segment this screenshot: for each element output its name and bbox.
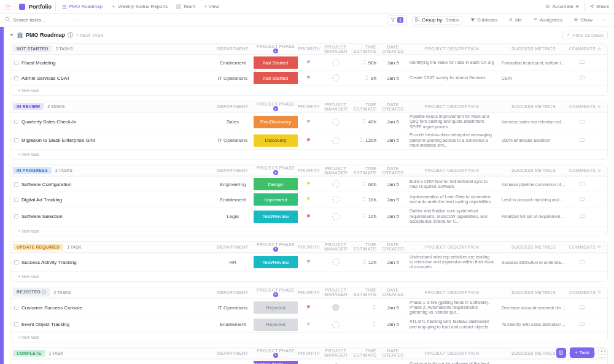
add-column-icon[interactable]: ⊕: [595, 168, 604, 173]
priority-cell[interactable]: [298, 305, 320, 310]
success-cell[interactable]: Increase sales rep retention rates QoQ a…: [498, 120, 569, 124]
comments-cell[interactable]: [569, 322, 595, 328]
hourglass-icon[interactable]: [372, 305, 376, 311]
date-cell[interactable]: Jan 5: [380, 260, 406, 265]
col-success[interactable]: SUCCESS METRICS: [498, 47, 569, 51]
col-priority[interactable]: PRIORITY: [298, 245, 320, 249]
description-cell[interactable]: Gather and finalize core system/tool req…: [406, 209, 498, 224]
add-task-button[interactable]: + New task: [10, 271, 607, 281]
task-row[interactable]: Admin Services CSAT IT Operations Not St…: [10, 70, 607, 85]
add-phase-icon[interactable]: +: [273, 48, 278, 53]
status-pill[interactable]: REJECTED ⓘ: [13, 288, 50, 296]
assign-pm-icon[interactable]: [332, 118, 340, 126]
status-checkbox[interactable]: [14, 306, 18, 310]
success-cell[interactable]: Lead to account matching and handling of…: [498, 198, 569, 202]
col-phase[interactable]: PROJECT PHASE +: [254, 288, 298, 297]
task-name[interactable]: Migration to Slack Enterprise Grid: [21, 137, 95, 143]
time-cell[interactable]: 16h: [352, 197, 380, 203]
comments-cell[interactable]: [569, 181, 595, 187]
col-phase[interactable]: PROJECT PHASE +: [254, 242, 298, 252]
description-cell[interactable]: Understand what rep activities are leadi…: [406, 255, 498, 270]
tab-team[interactable]: Team: [174, 4, 198, 9]
status-pill[interactable]: IN PROGRESS: [13, 167, 52, 174]
task-row[interactable]: Lead/Contact Flow Overhaul Product Monit…: [10, 359, 607, 364]
date-cell[interactable]: Jan 5: [380, 322, 406, 327]
status-checkbox[interactable]: [14, 260, 18, 265]
status-checkbox[interactable]: [14, 76, 18, 80]
search-input[interactable]: [13, 17, 62, 23]
success-cell[interactable]: 100% employee adoption: [498, 138, 569, 142]
col-phase[interactable]: PROJECT PHASE +: [254, 102, 298, 111]
status-pill[interactable]: IN REVIEW: [13, 103, 44, 110]
col-department[interactable]: DEPARTMENT: [212, 245, 254, 249]
task-row[interactable]: Digital Ad Tracking Enablement Implement…: [10, 192, 607, 207]
task-name[interactable]: Quarterly Sales Check-In: [21, 119, 76, 125]
status-pill[interactable]: NOT STARTED: [13, 45, 52, 52]
col-comments[interactable]: COMMENTS: [569, 290, 595, 295]
task-name[interactable]: Fiscal Modeling: [21, 60, 56, 66]
tab-add-view[interactable]: + View: [201, 4, 222, 9]
info-icon[interactable]: ⓘ: [68, 31, 73, 39]
new-task-button[interactable]: + NEW TASK: [76, 33, 104, 37]
add-task-button[interactable]: + New task: [10, 332, 607, 342]
assign-pm-icon[interactable]: [332, 213, 340, 220]
more-icon[interactable]: ⋯: [74, 17, 79, 23]
col-desc[interactable]: PROJECT DESCRIPTION: [406, 104, 498, 109]
col-department[interactable]: DEPARTMENT: [212, 47, 254, 51]
status-checkbox[interactable]: [14, 120, 18, 124]
task-row[interactable]: Customer Success Console IT Operations R…: [10, 298, 607, 317]
col-department[interactable]: DEPARTMENT: [212, 104, 254, 109]
pm-cell[interactable]: [320, 196, 352, 203]
comments-cell[interactable]: [569, 60, 595, 66]
task-name[interactable]: Software Configuration: [21, 182, 71, 187]
add-phase-icon[interactable]: +: [273, 292, 278, 297]
description-cell[interactable]: Continue build out for software of the l…: [406, 362, 498, 364]
col-priority[interactable]: PRIORITY: [298, 351, 320, 355]
pm-cell[interactable]: [320, 137, 352, 144]
col-pm[interactable]: PROJECT MANAGER: [320, 349, 352, 357]
col-time[interactable]: TIME ESTIMATE: [352, 45, 380, 53]
col-date[interactable]: DATE CREATED: [380, 288, 406, 296]
col-desc[interactable]: PROJECT DESCRIPTION: [406, 351, 498, 355]
department-cell[interactable]: Legal: [212, 214, 254, 219]
date-cell[interactable]: Jan 5: [380, 76, 406, 81]
priority-cell[interactable]: [298, 60, 320, 65]
tab-pmo-roadmap[interactable]: PMO Roadmap: [60, 4, 105, 9]
pm-cell[interactable]: [320, 59, 352, 66]
col-priority[interactable]: PRIORITY: [298, 168, 320, 172]
priority-cell[interactable]: [298, 214, 320, 219]
description-cell[interactable]: Build a CRM flow for bidirectional sync …: [406, 179, 498, 190]
description-cell[interactable]: Pipeline needs improvement for MoM and Q…: [406, 114, 498, 130]
subtasks-button[interactable]: Subtasks: [467, 16, 500, 25]
task-name[interactable]: Customer Success Console: [21, 305, 82, 311]
time-cell[interactable]: 12h: [352, 260, 380, 265]
comments-cell[interactable]: [569, 119, 595, 125]
pm-cell[interactable]: [320, 213, 352, 220]
space-icon[interactable]: [19, 4, 25, 10]
col-pm[interactable]: PROJECT MANAGER: [320, 288, 352, 296]
col-pm[interactable]: PROJECT MANAGER: [320, 166, 352, 175]
task-name[interactable]: Event Object Tracking: [21, 322, 69, 327]
col-phase[interactable]: PROJECT PHASE +: [254, 44, 298, 53]
phase-cell[interactable]: Not Started: [254, 56, 298, 69]
description-cell[interactable]: Identifying the value for roles in each …: [406, 60, 498, 65]
pm-cell[interactable]: [320, 180, 352, 188]
success-cell[interactable]: Forcasting headcount, bottom line, CAC, …: [498, 61, 569, 65]
task-name[interactable]: Digital Ad Tracking: [21, 197, 62, 203]
comments-cell[interactable]: [569, 75, 595, 81]
col-success[interactable]: SUCCESS METRICS: [498, 245, 569, 249]
phase-cell[interactable]: Discovery: [254, 134, 298, 147]
date-cell[interactable]: Jan 5: [380, 182, 406, 187]
success-cell[interactable]: To identify with sales attribution varia…: [498, 322, 569, 327]
description-cell[interactable]: Create CSAT survey for Admin Services: [406, 76, 498, 80]
more-menu-icon[interactable]: ⋯: [600, 17, 609, 23]
col-desc[interactable]: PROJECT DESCRIPTION: [406, 245, 498, 249]
add-phase-icon[interactable]: +: [273, 106, 278, 111]
department-cell[interactable]: Enablement: [212, 60, 254, 66]
col-pm[interactable]: PROJECT MANAGER: [320, 103, 352, 111]
share-button[interactable]: Share: [589, 4, 609, 10]
time-cell[interactable]: 50h: [352, 60, 380, 66]
phase-cell[interactable]: Not Started: [254, 72, 298, 84]
date-cell[interactable]: Jan 5: [380, 137, 406, 143]
col-date[interactable]: DATE CREATED: [380, 242, 406, 251]
